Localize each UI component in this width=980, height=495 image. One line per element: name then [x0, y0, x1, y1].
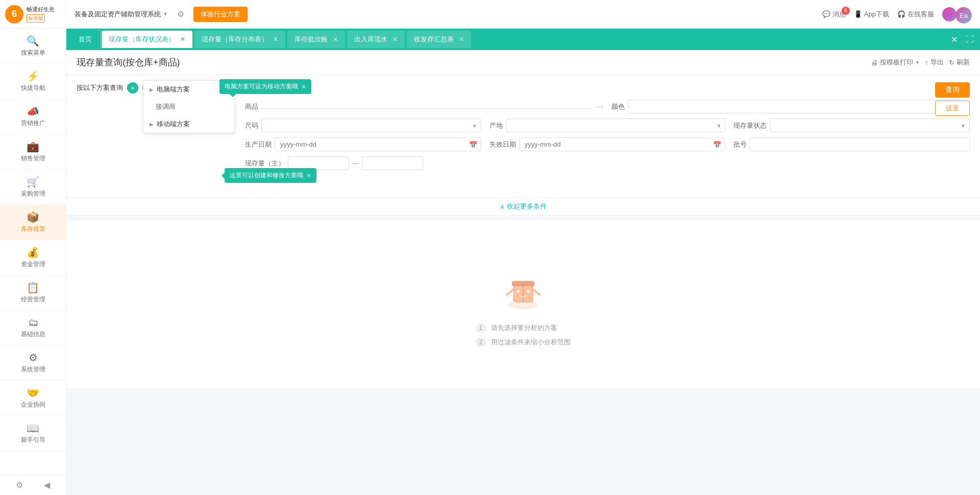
filter-field-color: 颜色 ▼: [611, 100, 970, 113]
sidebar-item-search[interactable]: 🔍 搜索菜单: [0, 29, 66, 64]
scheme-mobile-item[interactable]: ▶ 移动端方案: [143, 115, 234, 133]
online-service-btn[interactable]: 🎧 在线客服: [897, 10, 934, 19]
produce-date-cal-icon[interactable]: 📅: [469, 140, 477, 148]
origin-select[interactable]: [506, 119, 726, 132]
filter-add-btn[interactable]: +: [127, 82, 138, 93]
user-avatar: [942, 7, 957, 21]
tab-close-inventory-status[interactable]: ✕: [180, 36, 185, 43]
qty-max-input[interactable]: [362, 156, 423, 170]
sidebar-item-inventory[interactable]: 📦 库存核算: [0, 205, 66, 240]
phone-icon: 📱: [854, 10, 862, 18]
refresh-btn[interactable]: ↻ 刷新: [949, 58, 970, 67]
search-nav-icon: 🔍: [27, 35, 39, 47]
tab-close-inout-flow[interactable]: ✕: [393, 36, 398, 43]
system-title-select[interactable]: 装备及固定资产辅助管理系统 ▼: [75, 10, 168, 19]
app-download-btn[interactable]: 📱 App下载: [854, 10, 889, 19]
expire-date-input[interactable]: [519, 137, 726, 151]
inventory-nav-icon: 📦: [27, 211, 39, 223]
sidebar-item-finance[interactable]: 💰 资金管理: [0, 240, 66, 275]
tab-batch-ledger[interactable]: 库存批次账 ✕: [287, 31, 345, 48]
page-title: 现存量查询(按仓库+商品): [77, 56, 180, 68]
user-area[interactable]: 用户 Ea: [942, 7, 972, 21]
message-btn[interactable]: 💬 消息 6: [822, 10, 846, 19]
system-title-text: 装备及固定资产辅助管理系统: [75, 10, 161, 19]
tab-inventory-dist[interactable]: 现存量（库存分布表） ✕: [194, 31, 285, 48]
tooltip-create-scheme: 这里可以创建和修改方案哦 ✕: [225, 168, 316, 183]
step1-text: 请先选择要分析的方案: [491, 323, 557, 333]
tab-fullscreen-icon[interactable]: ⛶: [964, 35, 976, 44]
sidebar-item-label: 资金管理: [21, 260, 45, 269]
filter-field-size: 尺码 ▼: [245, 119, 481, 132]
tab-bar: 首页 现存量（库存状况表） ✕ 现存量（库存分布表） ✕ 库存批次账 ✕ 出入库…: [66, 29, 980, 50]
batch-input[interactable]: [750, 137, 970, 151]
tooltip2-close[interactable]: ✕: [306, 172, 311, 179]
scheme-sub-label: 接调商: [156, 102, 176, 111]
logo-icon: 6: [5, 5, 23, 23]
sidebar-item-label: 企业协同: [21, 400, 45, 409]
content-area: 现存量查询(按仓库+商品) 🖨 按模板打印 ▼ ↑ 导出 ↻ 刷新: [66, 50, 980, 495]
template-print-btn[interactable]: 🖨 按模板打印 ▼: [871, 58, 920, 67]
product-label: 商品: [245, 102, 258, 111]
header-gear-icon[interactable]: ⚙: [177, 9, 184, 19]
filter-row-3: 生产日期 📅 失效日期 📅 批号: [245, 137, 970, 151]
scheme-sub-item[interactable]: 接调商: [143, 98, 234, 115]
color-select[interactable]: [628, 100, 970, 113]
size-select[interactable]: [261, 119, 481, 132]
sidebar-item-sales[interactable]: 💼 销售管理: [0, 134, 66, 170]
filter-row-1: 商品 ··· 颜色 ▼: [245, 100, 970, 113]
sidebar-item-basic[interactable]: 🗂 基础信息: [0, 311, 66, 345]
guide-nav-icon: 📖: [27, 422, 39, 434]
product-dots[interactable]: ···: [595, 102, 603, 111]
nav-list: 🔍 搜索菜单 ⚡ 快捷导航 📣 营销推广 💼 销售管理 🛒 采购管理 📦 库存核…: [0, 29, 66, 475]
tab-close-inventory-dist[interactable]: ✕: [273, 36, 278, 43]
size-label: 尺码: [245, 121, 258, 130]
expire-date-cal-icon[interactable]: 📅: [713, 140, 721, 148]
origin-label: 产地: [489, 121, 503, 130]
quick-nav-icon: ⚡: [27, 70, 39, 82]
sidebar-item-label: 销售管理: [21, 154, 45, 163]
settings-bottom-icon[interactable]: ⚙: [16, 480, 23, 490]
qty-dash: —: [352, 159, 359, 167]
purchase-nav-icon: 🛒: [27, 176, 39, 188]
main-area: 装备及固定资产辅助管理系统 ▼ ⚙ 体验行业方案 💬 消息 6 📱 App下载 …: [66, 0, 980, 495]
tab-collect-summary[interactable]: 收发存汇总表 ✕: [407, 31, 471, 48]
sidebar-item-system[interactable]: ⚙ 系统管理: [0, 345, 66, 381]
sidebar-item-quick[interactable]: ⚡ 快捷导航: [0, 64, 66, 99]
status-label: 现存量状态: [733, 121, 767, 130]
empty-illustration: [498, 262, 549, 313]
tooltip2-text: 这里可以创建和修改方案哦: [230, 171, 303, 180]
status-select[interactable]: [770, 119, 970, 132]
collapse-sidebar-icon[interactable]: ◀: [44, 480, 50, 490]
color-label: 颜色: [611, 102, 625, 111]
export-btn[interactable]: ↑ 导出: [925, 58, 944, 67]
collapse-bar[interactable]: ∧ 收起更多条件: [66, 198, 980, 216]
basic-nav-icon: 🗂: [28, 317, 38, 328]
sidebar-item-label: 搜索菜单: [21, 49, 45, 57]
collapse-up-icon: ∧: [500, 203, 505, 210]
header-right: 💬 消息 6 📱 App下载 🎧 在线客服 用户 Ea: [822, 7, 972, 21]
tab-inventory-status[interactable]: 现存量（库存状况表） ✕: [102, 31, 192, 48]
sidebar-item-operation[interactable]: 📋 经营管理: [0, 275, 66, 311]
app-title: 畅通好生意: [27, 6, 55, 13]
empty-steps: 1 请先选择要分析的方案 2 用过滤条件来缩小分析范围: [476, 323, 571, 347]
query-btn[interactable]: 查询: [935, 82, 970, 98]
industry-btn[interactable]: 体验行业方案: [193, 7, 248, 22]
reset-btn[interactable]: 设置: [935, 101, 970, 116]
tooltip1-close[interactable]: ✕: [301, 83, 306, 90]
avatar-image: [942, 7, 957, 21]
sidebar-item-enterprise[interactable]: 🤝 企业协同: [0, 381, 66, 416]
sidebar-item-purchase[interactable]: 🛒 采购管理: [0, 170, 66, 205]
scheme-mobile-label: 移动端方案: [157, 120, 190, 129]
msg-badge: 6: [842, 7, 850, 15]
sidebar-item-guide[interactable]: 📖 新手引导: [0, 416, 66, 451]
batch-label: 批号: [733, 140, 747, 149]
tab-close-batch-ledger[interactable]: ✕: [333, 36, 338, 43]
user-avatar-text: Ea: [955, 7, 972, 23]
sidebar-item-marketing[interactable]: 📣 营销推广: [0, 99, 66, 134]
tab-inout-flow[interactable]: 出入库流水 ✕: [347, 31, 405, 48]
tab-close-all-icon[interactable]: ✕: [949, 35, 960, 44]
tab-home[interactable]: 首页: [70, 31, 101, 48]
produce-date-input[interactable]: [275, 137, 481, 151]
filter-field-batch: 批号: [733, 137, 970, 151]
tab-close-collect-summary[interactable]: ✕: [459, 36, 464, 43]
